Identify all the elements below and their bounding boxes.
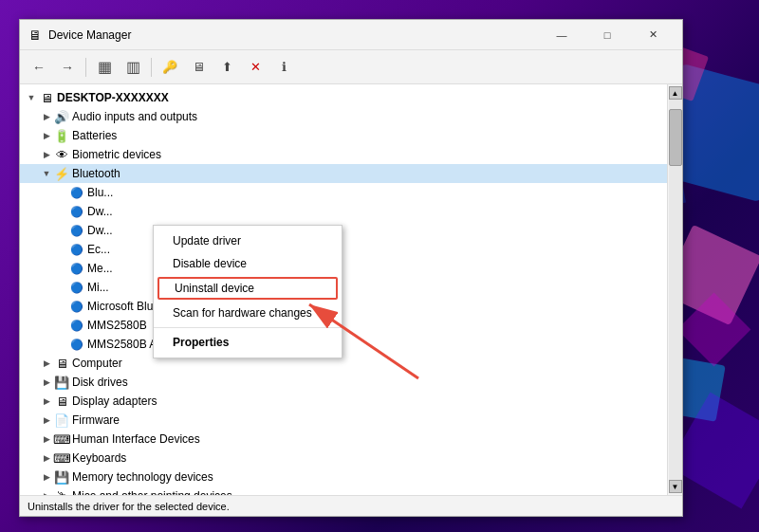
memory-toggle[interactable]: ▶: [39, 469, 54, 485]
update-driver-button[interactable]: ⬆: [213, 54, 240, 81]
toolbar-separator-2: [151, 58, 152, 77]
batteries-toggle[interactable]: ▶: [39, 128, 54, 143]
tree-item-bt-me[interactable]: 🔵 Me...: [20, 259, 667, 278]
bt-me-toggle: [54, 261, 69, 276]
bt-mic-toggle: [54, 280, 69, 295]
tree-item-bt-mms[interactable]: 🔵 MMS2580B: [20, 316, 667, 335]
bt-mms-avrcp-toggle: [54, 337, 69, 352]
bt-rfcomm-icon: 🔵: [69, 185, 84, 200]
disk-toggle[interactable]: ▶: [39, 375, 54, 390]
tree-item-biometric[interactable]: ▶ 👁 Biometric devices: [20, 145, 667, 164]
tree-item-memory[interactable]: ▶ 💾 Memory technology devices: [20, 468, 667, 486]
display-toggle[interactable]: ▶: [39, 394, 54, 409]
bt-dwm1-icon: 🔵: [69, 204, 84, 219]
bt-echo-toggle: [54, 242, 69, 257]
display-label: Display adapters: [72, 392, 157, 411]
keyboards-icon: ⌨: [54, 450, 69, 466]
view-device-button[interactable]: ▦: [91, 54, 118, 81]
scroll-up-button[interactable]: ▲: [669, 86, 682, 100]
biometric-toggle[interactable]: ▶: [39, 147, 54, 162]
bt-me-label: Me...: [87, 259, 113, 278]
context-uninstall-device[interactable]: Uninstall device: [157, 277, 338, 300]
batteries-label: Batteries: [72, 126, 117, 145]
maximize-button[interactable]: □: [585, 20, 629, 50]
view-resource-button[interactable]: ▥: [120, 54, 146, 81]
tree-item-bluetooth[interactable]: ▼ ⚡ Bluetooth: [20, 164, 667, 183]
bt-dwm1-label: Dw...: [87, 202, 113, 221]
scroll-down-button[interactable]: ▼: [669, 480, 682, 493]
biometric-label: Biometric devices: [72, 145, 161, 164]
add-hardware-button[interactable]: ℹ: [270, 54, 297, 81]
tree-item-bt-echo[interactable]: 🔵 Ec...: [20, 240, 667, 259]
uninstall-button[interactable]: ✕: [242, 54, 268, 81]
tree-root[interactable]: ▼ 🖥 DESKTOP-XXXXXXX: [20, 88, 667, 107]
context-menu: Update driver Disable device Uninstall d…: [153, 225, 342, 358]
scrollbar[interactable]: ▲ ▼: [667, 84, 682, 495]
scroll-track: [669, 100, 682, 480]
bt-dwm2-icon: 🔵: [69, 223, 84, 238]
bt-echo-icon: 🔵: [69, 242, 84, 257]
window-title: Device Manager: [48, 28, 540, 42]
statusbar: Uninstalls the driver for the selected d…: [20, 495, 682, 516]
tree-item-audio[interactable]: ▶ 🔊 Audio inputs and outputs: [20, 107, 667, 126]
root-label: DESKTOP-XXXXXXX: [57, 88, 169, 107]
back-button[interactable]: ←: [26, 54, 52, 81]
bt-dwm1-toggle: [54, 204, 69, 219]
firmware-toggle[interactable]: ▶: [39, 413, 54, 428]
tree-item-computer[interactable]: ▶ 🖥 Computer: [20, 354, 667, 373]
scroll-thumb[interactable]: [669, 109, 682, 166]
bt-le-icon: 🔵: [69, 299, 84, 314]
device-tree[interactable]: ▼ 🖥 DESKTOP-XXXXXXX ▶ 🔊 Audio inputs and…: [20, 84, 667, 495]
mice-toggle[interactable]: ▶: [39, 488, 54, 495]
firmware-label: Firmware: [72, 411, 120, 430]
bt-le-toggle: [54, 299, 69, 314]
bt-mms-label: MMS2580B: [87, 316, 147, 335]
context-properties[interactable]: Properties: [154, 331, 342, 354]
biometric-icon: 👁: [54, 147, 69, 162]
computer-toggle[interactable]: ▶: [39, 356, 54, 371]
context-separator: [154, 327, 342, 328]
tree-item-bt-dwm2[interactable]: 🔵 Dw...: [20, 221, 667, 240]
tree-item-display[interactable]: ▶ 🖥 Display adapters: [20, 392, 667, 411]
bt-me-icon: 🔵: [69, 261, 84, 276]
tree-item-keyboards[interactable]: ▶ ⌨ Keyboards: [20, 449, 667, 468]
disk-label: Disk drives: [72, 373, 128, 392]
tree-item-firmware[interactable]: ▶ 📄 Firmware: [20, 411, 667, 430]
tree-item-bt-le[interactable]: 🔵 Microsoft Bluetooth LE Enumerator: [20, 297, 667, 316]
titlebar: 🖥 Device Manager — □ ✕: [20, 20, 682, 50]
bt-rfcomm-toggle: [54, 185, 69, 200]
tree-item-bt-mic[interactable]: 🔵 Mi...: [20, 278, 667, 297]
bt-echo-label: Ec...: [87, 240, 110, 259]
bt-mic-icon: 🔵: [69, 280, 84, 295]
bluetooth-toggle[interactable]: ▼: [39, 166, 54, 181]
context-update-driver[interactable]: Update driver: [154, 229, 342, 252]
display-icon: 🖥: [54, 394, 69, 409]
toolbar: ← → ▦ ▥ 🔑 🖥 ⬆ ✕ ℹ: [20, 50, 682, 84]
tree-item-bt-mms-avrcp[interactable]: 🔵 MMS2580B Avrcp Transport: [20, 335, 667, 354]
tree-item-mice[interactable]: ▶ 🖱 Mice and other pointing devices: [20, 486, 667, 495]
bt-dwm2-label: Dw...: [87, 221, 113, 240]
tree-item-batteries[interactable]: ▶ 🔋 Batteries: [20, 126, 667, 145]
context-disable-device[interactable]: Disable device: [154, 252, 342, 275]
properties-button[interactable]: 🔑: [157, 54, 183, 81]
minimize-button[interactable]: —: [540, 20, 583, 50]
mice-label: Mice and other pointing devices: [72, 486, 232, 495]
forward-button[interactable]: →: [54, 54, 81, 81]
tree-item-bt-dwm1[interactable]: 🔵 Dw...: [20, 202, 667, 221]
hid-icon: ⌨: [54, 431, 69, 447]
tree-item-bt-rfcomm[interactable]: 🔵 Blu...: [20, 183, 667, 202]
hid-label: Human Interface Devices: [72, 430, 200, 449]
audio-icon: 🔊: [54, 109, 69, 124]
mice-icon: 🖱: [54, 488, 69, 495]
computer-label: Computer: [72, 354, 122, 373]
batteries-icon: 🔋: [54, 128, 69, 143]
context-scan-changes[interactable]: Scan for hardware changes: [154, 302, 342, 324]
scan-changes-button[interactable]: 🖥: [185, 54, 212, 81]
bluetooth-icon: ⚡: [54, 166, 69, 181]
root-toggle[interactable]: ▼: [24, 90, 39, 105]
close-button[interactable]: ✕: [631, 20, 675, 50]
tree-item-hid[interactable]: ▶ ⌨ Human Interface Devices: [20, 430, 667, 449]
bt-mms-toggle: [54, 318, 69, 333]
tree-item-disk[interactable]: ▶ 💾 Disk drives: [20, 373, 667, 392]
audio-toggle[interactable]: ▶: [39, 109, 54, 124]
